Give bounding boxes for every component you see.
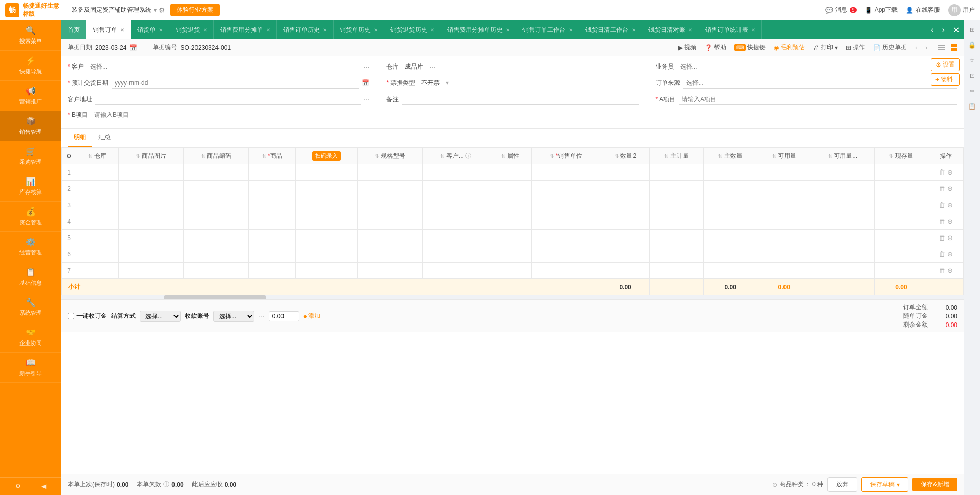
main-qty-cell[interactable] <box>704 213 757 230</box>
spec-cell[interactable] <box>357 213 422 230</box>
message-btn[interactable]: 💬 消息 9 <box>825 6 857 14</box>
spec-cell[interactable] <box>357 246 422 263</box>
history-btn[interactable]: 📄 历史单据 <box>871 42 909 53</box>
delete-icon[interactable]: 🗑 <box>939 267 945 274</box>
qty2-cell[interactable] <box>601 213 650 230</box>
tab-sales-fee[interactable]: 销售费用分摊单 ✕ <box>214 20 277 39</box>
th-spec[interactable]: ⇅ 规格型号 <box>357 148 422 164</box>
scrollbar-area[interactable] <box>61 295 964 299</box>
tab-home[interactable]: 首页 <box>61 20 86 39</box>
warehouse-cell[interactable] <box>76 246 119 263</box>
tab-close-sales-refund-history[interactable]: ✕ <box>430 27 434 33</box>
note-input[interactable] <box>402 94 638 105</box>
spec-cell[interactable] <box>357 164 422 181</box>
settings-icon[interactable]: ⚙ <box>159 6 165 14</box>
shortcut-btn[interactable]: ⌨ 快捷键 <box>732 42 768 53</box>
copy-icon[interactable]: ⊕ <box>947 218 953 225</box>
sidebar-item-basic-info[interactable]: 📋 基础信息 <box>0 262 61 292</box>
th-scan[interactable]: 扫码录入 <box>295 148 357 164</box>
copy-icon[interactable]: ⊕ <box>947 168 953 176</box>
th-customer-code[interactable]: ⇅ 客户... ⓘ <box>423 148 489 164</box>
main-qty-cell[interactable] <box>704 230 757 246</box>
product-code-cell[interactable] <box>184 213 249 230</box>
product-cell[interactable] <box>249 197 295 213</box>
invoice-type-arrow[interactable]: ▾ <box>446 79 449 87</box>
sales-unit-cell[interactable] <box>531 246 601 263</box>
tab-sales-order-workbench[interactable]: 销售订单工作台 ✕ <box>516 20 579 39</box>
th-product-code[interactable]: ⇅ 商品编码 <box>184 148 249 164</box>
tab-close-sales-order[interactable]: ✕ <box>120 27 124 33</box>
copy-icon[interactable]: ⊕ <box>947 185 953 192</box>
right-sidebar-star[interactable]: ☆ <box>965 53 979 68</box>
add-btn[interactable]: ● 添加 <box>303 312 320 320</box>
addr-more-btn[interactable]: ··· <box>364 95 370 103</box>
help-btn[interactable]: ❓ 帮助 <box>703 42 728 53</box>
product-code-cell[interactable] <box>184 164 249 181</box>
view-btn[interactable]: ▶ 视频 <box>676 42 699 53</box>
tab-cash-daily[interactable]: 钱货日清工作台 ✕ <box>579 20 642 39</box>
spec-cell[interactable] <box>357 230 422 246</box>
tab-close-cash-reconcile[interactable]: ✕ <box>688 27 692 33</box>
save-draft-btn[interactable]: 保存草稿 ▾ <box>861 477 908 492</box>
copy-icon[interactable]: ⊕ <box>947 234 953 242</box>
sales-unit-cell[interactable] <box>531 230 601 246</box>
sales-unit-cell[interactable] <box>531 164 601 181</box>
th-qty2[interactable]: ⇅ 数量2 <box>601 148 650 164</box>
calendar-icon[interactable]: 📅 <box>129 44 137 51</box>
one-click-checkbox[interactable] <box>68 313 74 319</box>
delete-icon[interactable]: 🗑 <box>939 234 945 242</box>
right-sidebar-grid[interactable]: ⊡ <box>965 69 979 83</box>
sales-unit-cell[interactable] <box>531 213 601 230</box>
sidebar-item-finance-mgmt[interactable]: 💰 资金管理 <box>0 202 61 232</box>
tab-sales-return[interactable]: 销货单 ✕ <box>131 20 169 39</box>
scan-btn[interactable]: 扫码录入 <box>312 151 341 161</box>
receipt-more-btn[interactable]: ··· <box>258 312 265 320</box>
tab-sales-order-history[interactable]: 销售订单历史 ✕ <box>277 20 334 39</box>
copy-icon[interactable]: ⊕ <box>947 267 953 274</box>
warehouse-cell[interactable] <box>76 213 119 230</box>
th-available[interactable]: ⇅ 可用量 <box>757 148 811 164</box>
tab-sales-return-history[interactable]: 销货单历史 ✕ <box>334 20 384 39</box>
tab-close-sales-refund[interactable]: ✕ <box>203 27 207 33</box>
sidebar-collapse-icon[interactable]: ◀ <box>41 483 46 490</box>
customer-code-cell[interactable] <box>423 181 489 197</box>
qty2-cell[interactable] <box>601 181 650 197</box>
warehouse-more-btn[interactable]: ··· <box>429 62 435 71</box>
product-cell[interactable] <box>249 164 295 181</box>
attribute-cell[interactable] <box>489 230 532 246</box>
tab-close-cash-daily[interactable]: ✕ <box>631 27 636 33</box>
tab-close-sales-fee[interactable]: ✕ <box>266 27 270 33</box>
tab-sales-refund[interactable]: 销货退货 ✕ <box>169 20 214 39</box>
tab-close-sales-return-history[interactable]: ✕ <box>374 27 378 33</box>
print-btn[interactable]: 🖨 打印 ▾ <box>811 42 840 53</box>
right-sidebar-clipboard[interactable]: 📋 <box>965 99 979 114</box>
product-code-cell[interactable] <box>184 263 249 279</box>
th-sales-unit[interactable]: ⇅ *销售单位 <box>531 148 601 164</box>
add-material-btn[interactable]: + 物料 <box>931 73 960 86</box>
customer-code-cell[interactable] <box>423 230 489 246</box>
spec-cell[interactable] <box>357 263 422 279</box>
tab-close-sales-stats[interactable]: ✕ <box>751 27 755 33</box>
attribute-cell[interactable] <box>489 213 532 230</box>
qty2-cell[interactable] <box>601 246 650 263</box>
product-code-cell[interactable] <box>184 181 249 197</box>
right-sidebar-edit[interactable]: ✏ <box>965 84 979 98</box>
settings-btn[interactable]: ⚙ 设置 <box>931 58 960 71</box>
order-source-input[interactable] <box>683 78 957 89</box>
app-download-btn[interactable]: 📱 App下载 <box>865 6 898 14</box>
tab-sales-refund-history[interactable]: 销货退货历史 ✕ <box>384 20 441 39</box>
customer-code-cell[interactable] <box>423 164 489 181</box>
sidebar-item-search[interactable]: 🔍 搜索菜单 <box>0 20 61 51</box>
warehouse-cell[interactable] <box>76 164 119 181</box>
delete-icon[interactable]: 🗑 <box>939 201 945 209</box>
th-current-stock[interactable]: ⇅ 现存量 <box>874 148 928 164</box>
customer-more-btn[interactable]: ··· <box>364 62 370 71</box>
th-warehouse[interactable]: ⇅ 仓库 <box>76 148 119 164</box>
qty2-cell[interactable] <box>601 164 650 181</box>
attribute-cell[interactable] <box>489 181 532 197</box>
delete-icon[interactable]: 🗑 <box>939 250 945 258</box>
delete-icon[interactable]: 🗑 <box>939 168 945 176</box>
main-qty-cell[interactable] <box>704 246 757 263</box>
attribute-cell[interactable] <box>489 246 532 263</box>
main-qty-cell[interactable] <box>704 181 757 197</box>
